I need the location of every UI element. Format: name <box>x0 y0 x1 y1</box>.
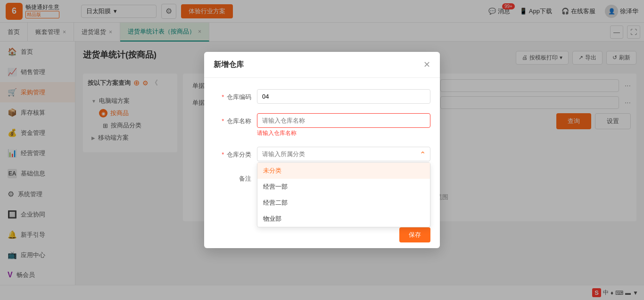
modal-title: 新增仓库 <box>214 60 244 70</box>
modal-close-icon[interactable]: ✕ <box>423 59 430 70</box>
modal-body: * 仓库编码 * 仓库名称 请输入仓库名称 <box>204 78 440 222</box>
dropdown-option-3[interactable]: 经营二部 <box>257 195 430 211</box>
field-category-wrap: ⌃ 未分类 经营一部 经营二部 物业部 <box>257 147 430 161</box>
modal-overlay[interactable]: 新增仓库 ✕ * 仓库编码 * 仓库名称 <box>0 0 644 300</box>
warehouse-code-input[interactable] <box>257 89 430 104</box>
field-code-wrap <box>257 89 430 104</box>
field-row-code: * 仓库编码 <box>214 89 430 104</box>
field-row-name: * 仓库名称 请输入仓库名称 <box>214 113 430 137</box>
field-row-category: * 仓库分类 ⌃ 未分类 经营一部 经营二部 物业部 <box>214 147 430 161</box>
name-error-msg: 请输入仓库名称 <box>257 129 430 137</box>
warehouse-name-input[interactable] <box>257 113 430 128</box>
required-mark-cat: * <box>222 151 224 158</box>
modal-header: 新增仓库 ✕ <box>204 52 440 78</box>
category-dropdown-list: 未分类 经营一部 经营二部 物业部 <box>257 162 430 227</box>
save-button[interactable]: 保存 <box>399 227 430 242</box>
dropdown-option-4[interactable]: 物业部 <box>257 211 430 227</box>
dropdown-arrow-icon[interactable]: ⌃ <box>420 150 426 158</box>
category-input[interactable] <box>257 147 430 161</box>
field-code-label: * 仓库编码 <box>214 89 251 101</box>
add-warehouse-modal: 新增仓库 ✕ * 仓库编码 * 仓库名称 <box>204 52 440 248</box>
dropdown-option-2[interactable]: 经营一部 <box>257 179 430 195</box>
required-mark-name: * <box>222 117 224 125</box>
dropdown-option-1[interactable]: 未分类 <box>257 163 430 179</box>
field-name-wrap: 请输入仓库名称 <box>257 113 430 137</box>
field-category-label: * 仓库分类 <box>214 147 251 159</box>
field-name-label: * 仓库名称 <box>214 113 251 125</box>
required-mark: * <box>222 93 224 100</box>
field-notes-label: 备注 <box>214 171 251 183</box>
